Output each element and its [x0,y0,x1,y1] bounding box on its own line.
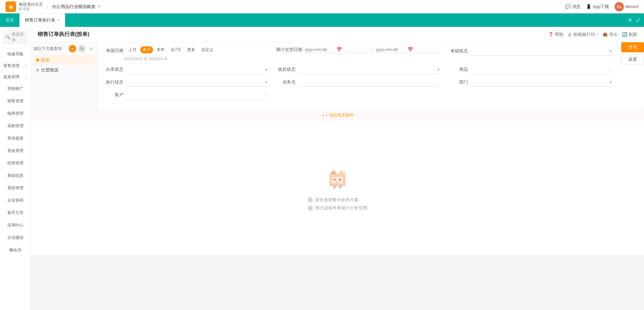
sidebar-item-purchase[interactable]: 采购管理 [0,120,31,132]
sidebar-item-finance[interactable]: 资金管理 [0,145,31,157]
salesperson-control[interactable]: ··· [298,78,439,87]
date-btn-last7[interactable]: 近7天 [168,46,183,53]
app-title: 办公用品行业模拟账套 [52,4,96,10]
customer-filter: 客户 ··· [103,90,267,100]
svg-point-6 [335,178,335,179]
goods-control[interactable]: ··· [471,65,612,74]
user-profile-btn[interactable]: Ea demo2 [614,2,639,11]
query-btn[interactable]: 查询 [621,42,644,52]
status-control[interactable]: ▾ [471,46,612,56]
filter-wrapper: 按以下方案查询 + ✎ « 按单 欠货情况 [31,42,644,109]
sidebar-item-newbie[interactable]: 新手引导 [0,207,31,219]
expected-date-from[interactable]: 📅 [305,46,369,53]
empty-tips: 1 请先选择要分析的方案 2 用过滤条件来缩小分析范围 [308,197,367,211]
dept-control[interactable]: ▾ [471,78,612,87]
out-status-control[interactable]: ▾ [126,65,267,74]
customer-control[interactable]: ··· [126,90,267,100]
scheme-panel: 按以下方案查询 + ✎ « 按单 欠货情况 [31,42,98,109]
dept-filter: 部门 ▾ [448,78,612,87]
receive-status-control[interactable]: ▾ [298,65,439,74]
refresh-btn[interactable]: 🔄 刷新 [622,32,637,38]
out-status-dropdown-icon[interactable]: ▾ [265,67,267,72]
dept-dropdown-icon[interactable]: ▾ [609,80,612,85]
print-dropdown-icon: ▾ [596,32,598,37]
scheme-add-btn[interactable]: + [69,45,76,52]
date-label: 单据日期 [103,48,123,54]
page-header: 销售订单执行表(按单) ❓ 帮助 🖨 按模板打印 ▾ 📤 导出 🔄 刷新 [31,27,644,42]
date-btn-custom[interactable]: 自定义 [199,46,216,53]
status-dropdown-icon[interactable]: ▾ [609,48,612,54]
print-icon: 🖨 [568,32,572,37]
tip-num-1: 1 [308,197,313,203]
message-btn[interactable]: 💬 消息 [565,4,581,10]
scheme-dot-active [36,59,39,61]
tab-bar: 首页 销售订单执行表 × ✕ ⤢ [0,13,644,27]
maximize-btn[interactable]: ⤢ [636,17,640,23]
svg-text:畅: 畅 [9,5,13,9]
sidebar-item-wholesale[interactable]: 批发管理 ▴ [0,71,31,83]
expected-date-to-input[interactable] [376,47,406,52]
scheme-item-0[interactable]: 按单 [34,55,95,65]
sidebar-item-enterprise[interactable]: 企业协同 [0,194,31,207]
sidebar-search[interactable]: 🔍 搜索菜单 [0,27,31,48]
date-filter-group: 单据日期 上月 本月 本年 近7天 更多 自定义 2023-03-0 [103,46,267,61]
sidebar-item-inventory[interactable]: 库存核算 [0,132,31,145]
sidebar-item-member[interactable]: 畅会员 [0,244,31,256]
expected-date-label: 预计交货日期 [275,47,302,53]
scheme-actions: + ✎ « [69,45,95,52]
calendar-from-icon[interactable]: 📅 [336,47,342,52]
exec-status-filter: 执行状态 ▾ [103,78,267,87]
page-actions: ❓ 帮助 🖨 按模板打印 ▾ 📤 导出 🔄 刷新 [548,32,637,38]
out-status-filter: 出库状态 ▾ [103,65,267,74]
date-separator: — [370,47,375,52]
filter-main: 单据日期 上月 本月 本年 近7天 更多 自定义 2023-03-0 [98,42,617,109]
sidebar-item-ecommerce[interactable]: 电商管理 [0,107,31,120]
date-btn-thisyear[interactable]: 本年 [154,46,167,53]
sidebar-item-wechat[interactable]: 企业微信 [0,231,31,244]
date-btn-more[interactable]: 更多 [185,46,198,53]
collapse-bar[interactable]: ∧∧ 收起更多条件 [31,109,644,121]
sidebar-item-retail[interactable]: 零售管理 ▾ [0,60,31,71]
date-btn-thismonth[interactable]: 本月 [140,46,153,53]
scheme-edit-btn[interactable]: ✎ [78,45,86,52]
date-buttons: 上月 本月 本年 近7天 更多 自定义 [126,46,216,53]
settings-btn[interactable]: 设置 [621,54,644,64]
tab-close-btn[interactable]: × [57,18,60,22]
goods-more-icon[interactable]: ··· [608,67,612,72]
print-btn[interactable]: 🖨 按模板打印 ▾ [568,32,598,38]
export-btn[interactable]: 📤 导出 [602,32,618,38]
svg-text:✦: ✦ [327,174,330,177]
salesperson-more-icon[interactable]: ··· [436,80,440,85]
exec-dropdown-icon[interactable]: ▾ [265,80,267,85]
app-dropdown-icon[interactable]: ▾ [98,4,100,9]
exec-status-control[interactable]: ▾ [126,78,267,87]
app-download-btn[interactable]: 📱 App下载 [586,4,609,10]
main-content: ✦ ✦ 1 请先选择要分析的方案 2 用过滤条件来缩小分析范围 [31,121,644,255]
tab-home[interactable]: 首页 [0,13,19,27]
sidebar-item-quicknav[interactable]: 快捷导航 [0,48,31,60]
export-icon: 📤 [602,32,608,37]
receive-status-dropdown-icon[interactable]: ▾ [437,67,440,72]
tab-active[interactable]: 销售订单执行表 × [19,13,65,27]
expected-date-from-input[interactable] [305,47,335,52]
collapse-icon: ∧∧ [321,113,329,117]
sidebar-item-base-info[interactable]: 基础信息 [0,169,31,182]
customer-more-icon[interactable]: ··· [264,92,268,98]
chevron-icon: ▾ [25,64,27,68]
expected-date-to[interactable]: 📅 [376,46,440,53]
sidebar-item-sales[interactable]: 销售管理 [0,95,31,107]
svg-text:✦: ✦ [343,169,346,173]
calendar-to-icon[interactable]: 📅 [408,47,413,52]
sidebar-item-marketing[interactable]: 营销推广 [0,83,31,95]
sidebar-item-system[interactable]: 系统管理 [0,182,31,194]
scheme-collapse-btn[interactable]: « [88,45,95,52]
scheme-item-1[interactable]: 欠货情况 [34,65,95,75]
date-btn-lastmonth[interactable]: 上月 [126,46,139,53]
sidebar-item-operations[interactable]: 经营管理 [0,157,31,169]
empty-tip-1: 1 请先选择要分析的方案 [308,197,367,203]
close-window-btn[interactable]: ✕ [628,17,632,23]
sidebar-item-appcenter[interactable]: 应用中心 [0,219,31,231]
refresh-icon: 🔄 [622,32,627,37]
help-btn[interactable]: ❓ 帮助 [548,32,564,38]
svg-rect-8 [333,186,335,188]
